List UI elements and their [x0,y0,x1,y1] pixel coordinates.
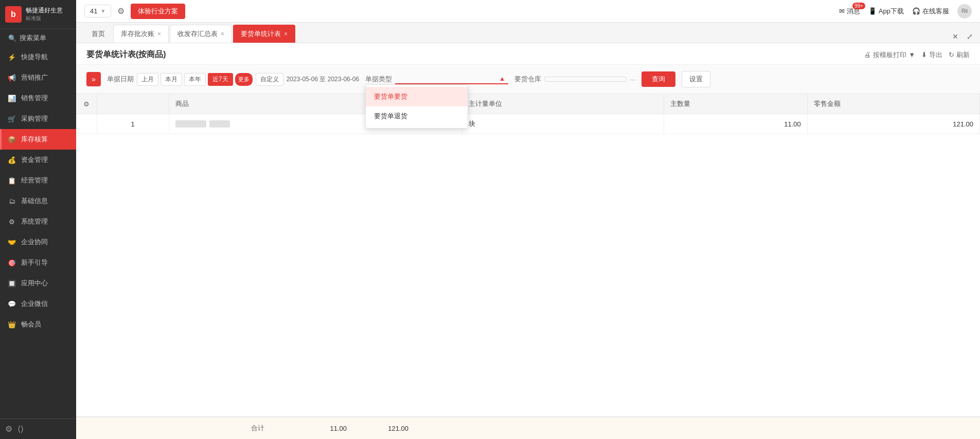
tab-order-summary-label: 要货单统计表 [241,29,281,39]
date-filter-label: 单据日期 [107,75,134,84]
query-button[interactable]: 查询 [642,71,675,87]
date-custom-btn[interactable]: 自定义 [256,73,283,86]
warehouse-filter-select[interactable] [544,77,627,82]
tab-inventory-batch[interactable]: 库存批次账 × [113,25,169,43]
shortcuts-icon: ⚡ [7,52,17,62]
app-download-label: App下载 [879,7,904,16]
user-avatar[interactable]: Rit [957,4,972,19]
expand-tab-btn[interactable]: ⤢ [964,30,976,43]
tab-home[interactable]: 首页 [84,25,112,43]
tab-bar-controls: ✕ ⤢ [949,30,980,43]
operations-icon: 📋 [7,175,17,186]
tab-order-summary[interactable]: 要货单统计表 × [233,25,295,43]
sidebar-item-finance[interactable]: 💰 资金管理 [0,150,76,170]
brand-name: 畅捷通好生意 [26,7,63,15]
tab-inventory-batch-label: 库存批次账 [121,29,154,39]
sidebar-item-sales[interactable]: 📊 销售管理 [0,88,76,108]
footer-qty: 11.00 [330,425,347,432]
filter-expand-button[interactable]: » [86,72,101,86]
online-service-link[interactable]: 🎧 在线客服 [912,7,949,16]
apps-icon: 🔲 [7,278,17,288]
app-download-link[interactable]: 📱 App下载 [868,7,904,16]
store-selector[interactable]: 41 ▼ [84,5,111,17]
topbar: 41 ▼ ⚙ 体验行业方案 ✉ 消息 99+ 📱 App下载 🎧 在线客服 [76,0,980,23]
col-header-no [97,94,169,114]
sidebar-item-guide[interactable]: 🎯 新手引导 [0,252,76,273]
print-button[interactable]: 🖨 按模板打印 ▼ [864,50,915,60]
column-settings-icon[interactable]: ⚙ [82,100,91,108]
sidebar-item-label: 销售管理 [21,94,48,103]
type-filter-group: 单据类型 ▲ [365,74,508,84]
guide-icon: 🎯 [7,258,17,268]
sidebar-item-member[interactable]: 👑 畅会员 [0,314,76,335]
type-select-arrow-icon[interactable]: ▲ [499,75,505,82]
product-code-placeholder [209,120,230,127]
sidebar-item-label: 应用中心 [21,279,48,288]
sidebar-item-system[interactable]: ⚙ 系统管理 [0,211,76,232]
purchase-icon: 🛒 [7,114,17,124]
service-icon: 🎧 [912,7,920,15]
date-range-display: 2023-05-06 至 2023-06-06 [287,75,359,84]
date-more-btn[interactable]: 更多 [235,73,253,86]
tab-receipt-summary-label: 收发存汇总表 [177,29,218,39]
sidebar-item-operations[interactable]: 📋 经营管理 [0,170,76,191]
dropdown-option-2[interactable]: 要货单退货 [366,106,468,126]
col-header-unit: 主计量单位 [462,94,664,114]
footer-label: 合计 [251,424,264,433]
export-button[interactable]: ⬇ 导出 [921,50,942,60]
sidebar-item-basic[interactable]: 🗂 基础信息 [0,191,76,211]
filter-settings-button[interactable]: 设置 [682,71,710,87]
message-badge[interactable]: ✉ 消息 99+ [839,7,860,16]
inventory-icon: 📦 [7,134,17,144]
search-menu-label: 搜索菜单 [20,33,46,43]
dropdown-option-1[interactable]: 要货单要货 [366,87,468,106]
page-actions: 🖨 按模板打印 ▼ ⬇ 导出 ↻ 刷新 [864,50,970,60]
trial-button[interactable]: 体验行业方案 [131,4,185,19]
refresh-icon: ↻ [949,51,954,59]
filter-more-icon[interactable]: ··· [630,76,635,83]
sidebar-item-label: 系统管理 [21,217,48,226]
table-footer: 合计 11.00 121.00 [76,416,980,439]
filter-bar: » 单据日期 上月 本月 本年 近7天 更多 自定义 2023-05-06 至 … [76,65,980,94]
col-header-amount: 零售金额 [807,94,979,114]
app-icon: 📱 [868,7,877,15]
date-this-year-btn[interactable]: 本年 [184,73,206,86]
tab-inventory-batch-close[interactable]: × [157,30,161,38]
tab-receipt-summary[interactable]: 收发存汇总表 × [170,25,232,43]
marketing-icon: 📢 [7,72,17,83]
sidebar-item-enterprise[interactable]: 🤝 企业协同 [0,232,76,252]
sidebar-item-wechat[interactable]: 💬 企业微信 [0,294,76,314]
wechat-icon: 💬 [7,299,17,309]
footer-amount: 121.00 [388,425,408,432]
refresh-button[interactable]: ↻ 刷新 [949,50,970,60]
sidebar-nav: ⚡ 快捷导航 📢 营销推广 📊 销售管理 🛒 采购管理 📦 库存核算 💰 [0,47,76,418]
date-last-7days-btn[interactable]: 近7天 [208,73,233,86]
row-qty: 11.00 [664,114,808,134]
close-tab-btn[interactable]: ✕ [949,30,961,43]
sidebar-item-apps[interactable]: 🔲 应用中心 [0,273,76,294]
page-content: 要货单统计表(按商品) 🖨 按模板打印 ▼ ⬇ 导出 ↻ 刷新 [76,43,980,439]
tab-order-summary-close[interactable]: × [284,30,288,38]
tab-receipt-summary-close[interactable]: × [221,30,224,38]
sidebar-item-purchase[interactable]: 🛒 采购管理 [0,108,76,129]
date-last-month-btn[interactable]: 上月 [137,73,158,86]
type-filter-wrapper: 单据类型 ▲ 要货单要货 要货单退货 [365,74,508,84]
footer-amount-col: 121.00 [347,425,408,432]
type-dropdown-container: 要货单要货 要货单退货 [365,84,468,129]
topbar-settings-icon[interactable]: ⚙ [117,6,124,16]
table-row: 1 块 11.00 121.00 [76,114,980,134]
search-menu-item[interactable]: 🔍 搜索菜单 [0,29,76,47]
online-service-label: 在线客服 [922,7,949,16]
sidebar-item-marketing[interactable]: 📢 营销推广 [0,67,76,88]
settings-bottom-icon[interactable]: ⚙ [5,424,12,434]
avatar-text: Rit [961,8,968,14]
sidebar-item-inventory[interactable]: 📦 库存核算 [0,129,76,150]
enterprise-icon: 🤝 [7,237,17,247]
sidebar-item-shortcuts[interactable]: ⚡ 快捷导航 [0,47,76,67]
page-title: 要货单统计表(按商品) [86,49,166,60]
row-no: 1 [97,114,169,134]
print-icon: 🖨 [864,51,871,59]
collapse-sidebar-icon[interactable]: ⟨⟩ [17,424,24,434]
type-filter-select[interactable]: ▲ [395,74,508,84]
date-this-month-btn[interactable]: 本月 [161,73,182,86]
